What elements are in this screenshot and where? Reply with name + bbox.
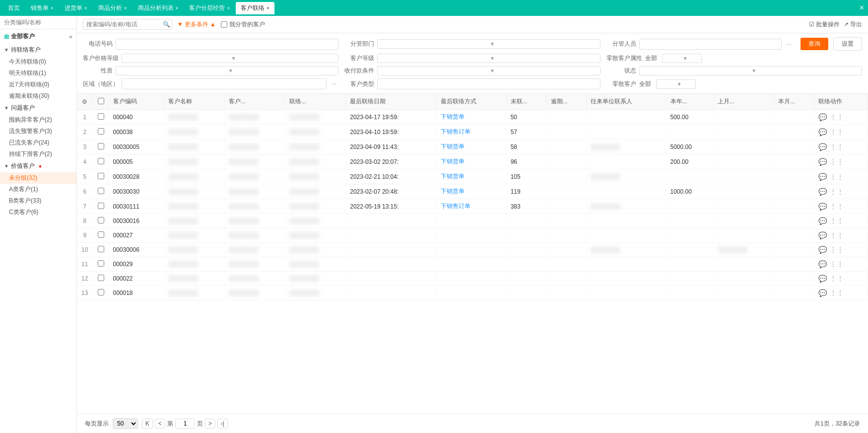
filter-region-dots[interactable]: ··· [330, 80, 338, 87]
nav-tab[interactable]: 销售单× [26, 2, 59, 14]
sidebar-search-input[interactable] [4, 19, 77, 26]
row-checkbox[interactable] [98, 113, 104, 120]
row-checkbox[interactable] [98, 143, 104, 149]
sidebar-item[interactable]: C类客户(6) [0, 207, 76, 218]
last-page-btn[interactable]: ›| [217, 419, 228, 429]
action-chat-icon[interactable]: 💬 [818, 188, 827, 196]
row-checkbox[interactable] [98, 231, 104, 238]
table-settings-icon[interactable]: ⚙ [77, 94, 93, 110]
filter-price-level-select[interactable]: ▼ [122, 54, 338, 63]
nav-tab[interactable]: 商品分析列表× [133, 2, 184, 14]
method-link[interactable]: 下销货单 [441, 188, 465, 195]
action-chat-icon[interactable]: 💬 [818, 158, 827, 166]
action-menu-icon[interactable]: ⋮⋮ [830, 203, 844, 211]
first-page-btn[interactable]: K [142, 419, 153, 429]
sidebar-item[interactable]: 逾期未联络(30) [0, 90, 76, 102]
method-link[interactable]: 下销售订单 [441, 128, 470, 135]
filter-status-select[interactable]: ▼ [639, 66, 862, 75]
row-checkbox-cell[interactable] [93, 184, 109, 199]
row-checkbox[interactable] [98, 173, 104, 179]
action-chat-icon[interactable]: 💬 [818, 113, 827, 121]
row-checkbox-cell[interactable] [93, 257, 109, 272]
my-customers-checkbox[interactable] [221, 21, 227, 28]
nav-tab[interactable]: 客户分层经营× [184, 2, 235, 14]
page-number-input[interactable] [175, 419, 195, 429]
filter-sparse-cust-select[interactable]: ▼ [656, 79, 696, 89]
action-chat-icon[interactable]: 💬 [818, 231, 827, 239]
sidebar-item[interactable]: 流失预警客户(3) [0, 126, 76, 137]
row-checkbox-cell[interactable] [93, 199, 109, 214]
tab-close-icon[interactable]: × [176, 5, 179, 11]
action-chat-icon[interactable]: 💬 [818, 173, 827, 181]
row-checkbox-cell[interactable] [93, 110, 109, 125]
row-checkbox[interactable] [98, 217, 104, 223]
sidebar-section-title[interactable]: ▼ 待联络客户 [0, 44, 76, 56]
row-checkbox[interactable] [98, 203, 104, 209]
row-checkbox[interactable] [98, 289, 104, 295]
action-chat-icon[interactable]: 💬 [818, 203, 827, 211]
row-checkbox-cell[interactable] [93, 169, 109, 184]
row-checkbox-cell[interactable] [93, 140, 109, 154]
next-page-btn[interactable]: > [205, 419, 215, 429]
all-customers-label[interactable]: 全部客户 [11, 32, 35, 41]
filter-region-input[interactable] [122, 78, 327, 89]
action-chat-icon[interactable]: 💬 [818, 128, 827, 136]
action-menu-icon[interactable]: ⋮⋮ [830, 289, 844, 297]
action-chat-icon[interactable]: 💬 [818, 289, 827, 297]
row-checkbox[interactable] [98, 275, 104, 281]
tab-close-icon[interactable]: × [84, 5, 87, 11]
export-button[interactable]: ↗ 导出 [844, 20, 862, 29]
sidebar-section-title[interactable]: ▼ 问题客户 [0, 102, 76, 114]
action-menu-icon[interactable]: ⋮⋮ [830, 246, 844, 254]
tab-close-icon[interactable]: × [51, 5, 54, 11]
filter-sparse-attr-select[interactable]: ▼ [662, 54, 702, 63]
nav-tab[interactable]: 进货单× [60, 2, 92, 14]
action-menu-icon[interactable]: ⋮⋮ [830, 158, 844, 166]
tab-close-icon[interactable]: × [267, 5, 269, 11]
action-chat-icon[interactable]: 💬 [818, 260, 827, 268]
filter-nature-select[interactable]: ▼ [116, 66, 338, 75]
row-checkbox[interactable] [98, 158, 104, 164]
nav-tab[interactable]: 商品分析× [93, 2, 132, 14]
sidebar-item[interactable]: 未分组(32) [0, 172, 76, 184]
action-menu-icon[interactable]: ⋮⋮ [830, 128, 844, 136]
sidebar-item[interactable]: A类客户(1) [0, 184, 76, 195]
row-checkbox[interactable] [98, 188, 104, 194]
filter-search-input[interactable] [86, 21, 161, 28]
sidebar-item[interactable]: 囤购异常客户(2) [0, 114, 76, 126]
action-menu-icon[interactable]: ⋮⋮ [830, 173, 844, 181]
sidebar-item[interactable]: B类客户(33) [0, 195, 76, 207]
batch-ops-button[interactable]: ☑ 批量操作 [809, 20, 840, 29]
method-link[interactable]: 下销货单 [441, 158, 465, 165]
row-checkbox[interactable] [98, 260, 104, 267]
row-checkbox-cell[interactable] [93, 125, 109, 140]
action-menu-icon[interactable]: ⋮⋮ [830, 113, 844, 121]
table-select-all[interactable] [93, 94, 109, 110]
nav-tab[interactable]: 客户联络× [236, 2, 274, 14]
action-menu-icon[interactable]: ⋮⋮ [830, 143, 844, 151]
row-checkbox-cell[interactable] [93, 286, 109, 300]
select-all-checkbox[interactable] [98, 98, 104, 104]
sidebar-collapse-button[interactable]: « [69, 33, 72, 40]
action-menu-icon[interactable]: ⋮⋮ [830, 275, 844, 283]
row-checkbox-cell[interactable] [93, 228, 109, 243]
filter-phone-input[interactable] [116, 39, 338, 50]
action-menu-icon[interactable]: ⋮⋮ [830, 231, 844, 239]
sidebar-item[interactable]: 持续下滑客户(2) [0, 148, 76, 160]
my-customers-filter[interactable]: 我分管的客户 [221, 20, 265, 29]
filter-cust-level-select[interactable]: ▼ [377, 54, 600, 63]
filter-dept-select[interactable]: ▼ [377, 39, 600, 49]
row-checkbox-cell[interactable] [93, 243, 109, 257]
sidebar-item[interactable]: 已流失客户(24) [0, 137, 76, 148]
query-button[interactable]: 查询 [801, 38, 828, 50]
row-checkbox[interactable] [98, 246, 104, 252]
filter-person-dots[interactable]: ··· [785, 41, 794, 48]
filter-payment-select[interactable]: ▼ [377, 66, 600, 75]
sidebar-item[interactable]: 近7天待联络(0) [0, 79, 76, 90]
action-menu-icon[interactable]: ⋮⋮ [830, 260, 844, 268]
per-page-select[interactable]: 50 20 100 [113, 418, 138, 429]
method-link[interactable]: 下销货单 [441, 143, 465, 150]
row-checkbox-cell[interactable] [93, 272, 109, 286]
method-link[interactable]: 下销售订单 [441, 203, 470, 210]
method-link[interactable]: 下销货单 [441, 173, 465, 180]
